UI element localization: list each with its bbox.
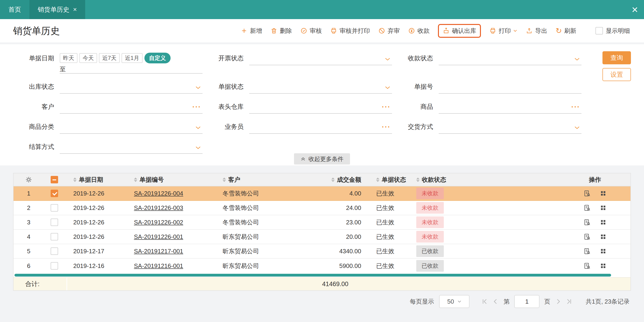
payment-status-badge: 未收款 — [416, 216, 444, 228]
table-row[interactable]: 4 2019-12-26 SA-20191226-001 昕东贸易公司 20.0… — [14, 230, 630, 244]
sort-icon[interactable] — [222, 177, 226, 182]
product-category-select[interactable] — [60, 120, 202, 134]
doc-no-link[interactable]: SA-20191226-004 — [134, 190, 183, 197]
column-header-amount[interactable]: 成交金额 — [322, 173, 370, 186]
filter-customer: 客户 ··· — [13, 100, 202, 114]
last-page-icon[interactable] — [566, 298, 572, 305]
column-header-payment[interactable]: 收款状态 — [410, 173, 560, 186]
chip-today[interactable]: 今天 — [79, 53, 97, 63]
table-row[interactable]: 6 2019-12-16 SA-20191216-001 昕东贸易公司 5900… — [14, 259, 630, 273]
table-row[interactable]: 1 2019-12-26 SA-20191226-004 冬雪装饰公司 4.00… — [14, 186, 630, 201]
table-row[interactable]: 2 2019-12-26 SA-20191226-003 冬雪装饰公司 24.0… — [14, 201, 630, 215]
doc-no-link[interactable]: SA-20191226-001 — [134, 233, 183, 240]
tab-sales-history[interactable]: 销货单历史 × — [30, 0, 85, 19]
view-doc-icon[interactable] — [584, 190, 590, 197]
view-doc-icon[interactable] — [584, 204, 590, 211]
first-page-icon[interactable] — [481, 298, 488, 305]
settlement-method-select[interactable] — [60, 140, 202, 154]
row-checkbox[interactable] — [51, 204, 58, 212]
page-input[interactable] — [514, 295, 540, 308]
payment-status-badge: 未收款 — [416, 231, 444, 243]
tab-close-icon[interactable]: × — [73, 6, 77, 13]
more-ops-grid-icon[interactable] — [600, 190, 606, 197]
collapse-more-filters-button[interactable]: 收起更多条件 — [294, 153, 350, 164]
more-ops-grid-icon[interactable] — [600, 233, 606, 240]
product-picker[interactable]: ··· — [439, 100, 582, 114]
doc-status-select[interactable] — [249, 80, 392, 94]
filter-invoice-status: 开票状态 — [202, 51, 392, 74]
more-ops-grid-icon[interactable] — [600, 205, 606, 211]
view-doc-icon[interactable] — [584, 262, 590, 269]
query-button[interactable]: 查询 — [602, 51, 631, 64]
table-row[interactable]: 3 2019-12-26 SA-20191226-002 冬雪装饰公司 23.0… — [14, 215, 630, 230]
abandon-audit-button[interactable]: 弃审 — [378, 27, 400, 35]
sort-icon[interactable] — [331, 177, 334, 182]
column-header-status[interactable]: 单据状态 — [370, 173, 410, 186]
column-header-customer[interactable]: 客户 — [214, 173, 322, 186]
ellipsis-picker-icon[interactable]: ··· — [382, 103, 390, 110]
show-detail-checkbox[interactable] — [596, 27, 603, 34]
doc-no-link[interactable]: SA-20191217-001 — [134, 248, 183, 255]
payment-status-select[interactable] — [439, 51, 582, 65]
doc-no-link[interactable]: SA-20191226-002 — [134, 219, 183, 226]
customer-picker[interactable]: ··· — [60, 100, 202, 114]
tab-home[interactable]: 首页 — [0, 0, 30, 19]
doc-no-link[interactable]: SA-20191216-001 — [134, 262, 183, 270]
more-ops-grid-icon[interactable] — [600, 219, 606, 226]
confirm-outbound-button[interactable]: 确认出库 — [438, 24, 481, 38]
row-checkbox[interactable] — [51, 219, 58, 226]
per-page-select[interactable]: 50 — [439, 295, 470, 308]
salesperson-picker[interactable]: ··· — [249, 120, 392, 134]
column-settings-gear-icon[interactable] — [25, 176, 32, 183]
ellipsis-picker-icon[interactable]: ··· — [571, 103, 580, 110]
sort-icon[interactable] — [416, 177, 420, 182]
column-header-doc-no[interactable]: 单据编号 — [126, 173, 214, 186]
delivery-method-select[interactable] — [439, 120, 582, 134]
table-row[interactable]: 5 2019-12-17 SA-20191217-001 昕东贸易公司 4340… — [14, 244, 630, 259]
sort-icon[interactable] — [73, 177, 76, 182]
sort-icon[interactable] — [376, 177, 380, 182]
chip-yesterday[interactable]: 昨天 — [60, 53, 78, 63]
show-detail-toggle[interactable]: 显示明细 — [596, 27, 630, 35]
view-doc-icon[interactable] — [584, 219, 590, 226]
settings-button[interactable]: 设置 — [602, 68, 631, 81]
payment-status-badge: 已收款 — [416, 260, 444, 272]
chip-last-month[interactable]: 近1月 — [122, 53, 142, 63]
ellipsis-picker-icon[interactable]: ··· — [382, 123, 390, 131]
payment-status-badge: 已收款 — [416, 245, 444, 257]
column-header-date[interactable]: 单据日期 — [65, 173, 126, 186]
ellipsis-picker-icon[interactable]: ··· — [192, 103, 201, 110]
row-checkbox[interactable] — [51, 190, 58, 197]
export-button[interactable]: 导出 — [526, 27, 547, 35]
select-all-checkbox[interactable] — [51, 176, 58, 183]
audit-print-button[interactable]: 审核并打印 — [330, 27, 370, 35]
view-doc-icon[interactable] — [584, 233, 590, 240]
row-checkbox[interactable] — [51, 262, 58, 270]
row-checkbox[interactable] — [51, 233, 58, 240]
next-page-icon[interactable] — [555, 298, 562, 305]
invoice-status-select[interactable] — [249, 51, 392, 65]
prev-page-icon[interactable] — [492, 298, 499, 305]
more-ops-grid-icon[interactable] — [600, 248, 606, 254]
page-header: 销货单历史 新增 删除 审核 审核并打印 弃审 收款 确认出库 — [0, 19, 644, 42]
view-doc-icon[interactable] — [584, 248, 590, 255]
receive-payment-button[interactable]: 收款 — [408, 27, 430, 35]
doc-no-link[interactable]: SA-20191226-003 — [134, 204, 183, 212]
scrollbar-thumb[interactable] — [14, 274, 611, 277]
trash-icon — [270, 27, 278, 34]
warehouse-picker[interactable]: ··· — [249, 100, 392, 114]
add-button[interactable]: 新增 — [240, 27, 262, 35]
sort-icon[interactable] — [134, 177, 137, 182]
audit-button[interactable]: 审核 — [300, 27, 322, 35]
more-ops-grid-icon[interactable] — [600, 263, 606, 269]
doc-no-input[interactable] — [439, 80, 582, 94]
row-checkbox[interactable] — [51, 247, 58, 255]
outbound-status-select[interactable] — [60, 80, 202, 94]
chip-last7days[interactable]: 近7天 — [99, 53, 120, 63]
delete-button[interactable]: 删除 — [270, 27, 292, 35]
date-range-input[interactable]: 昨天 今天 近7天 近1月 自定义 至 — [60, 51, 202, 74]
chip-custom[interactable]: 自定义 — [144, 53, 170, 63]
print-button[interactable]: 打印 — [489, 27, 517, 35]
refresh-button[interactable]: ↻ 刷新 — [556, 27, 576, 35]
window-close-icon[interactable]: × — [632, 4, 638, 15]
